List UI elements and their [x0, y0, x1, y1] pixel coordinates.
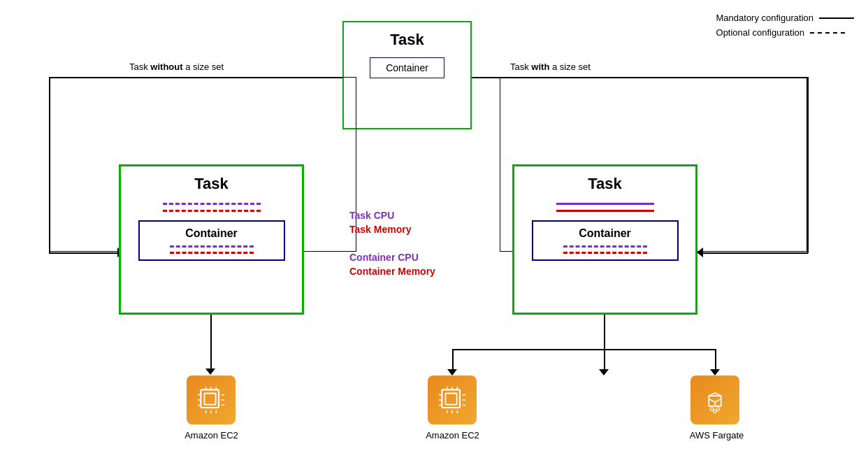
- left-task-box: Task Container: [119, 164, 304, 315]
- legend-mandatory-label: Mandatory configuration: [716, 13, 813, 23]
- ec2-right-label: Amazon EC2: [419, 430, 486, 441]
- top-task-title: Task: [390, 31, 424, 49]
- left-container-title: Container: [185, 227, 238, 240]
- svg-rect-15: [445, 393, 456, 404]
- left-task-cpu-line: [163, 203, 261, 205]
- legend-optional-label: Optional configuration: [716, 27, 804, 38]
- arrow-right-branch-h: [452, 349, 715, 350]
- arrow-right-entry: [697, 248, 703, 257]
- top-task-container: Task Container: [342, 21, 472, 129]
- right-task-box: Task Container: [512, 164, 697, 315]
- connector-left-v: [49, 77, 50, 253]
- ec2-left-icon: [187, 375, 236, 424]
- legend-container-memory: Container Memory: [349, 266, 435, 277]
- svg-point-32: [714, 410, 716, 413]
- label-without-bold: without: [150, 62, 182, 72]
- svg-point-30: [710, 408, 713, 410]
- left-container-box: Container: [138, 220, 285, 261]
- right-container-title: Container: [579, 227, 631, 240]
- ec2-left-svg: [196, 385, 226, 415]
- right-task-cpu-line: [556, 203, 654, 205]
- legend-dashed-line: [810, 32, 845, 34]
- connector-top-right-h: [472, 77, 808, 78]
- right-container-box: Container: [532, 220, 679, 261]
- legend-solid-line: [819, 17, 854, 19]
- label-with-size: Task with a size set: [510, 62, 591, 72]
- connector-right-v: [807, 77, 809, 253]
- legend: Mandatory configuration Optional configu…: [716, 13, 854, 38]
- left-container-cpu-line: [170, 245, 254, 248]
- connector-right-h-bottom: [699, 252, 808, 254]
- ec2-left-label: Amazon EC2: [178, 430, 245, 441]
- left-task-title: Task: [194, 175, 229, 193]
- arrow-branch-center-v: [604, 349, 605, 371]
- legend-optional: Optional configuration: [716, 27, 854, 38]
- left-task-memory-line: [163, 210, 261, 212]
- right-container-memory-line: [563, 252, 647, 254]
- arrow-branch-right-v: [715, 349, 716, 371]
- right-container-cpu-line: [563, 245, 647, 248]
- top-container-box: Container: [370, 57, 444, 78]
- diagram-container: Mandatory configuration Optional configu…: [0, 0, 868, 465]
- left-container-memory-line: [170, 252, 254, 254]
- fargate-svg: [700, 385, 730, 415]
- arrow-left-task-down-v: [210, 315, 212, 371]
- connector-top-left-h: [49, 77, 342, 78]
- ec2-right-svg: [437, 385, 468, 415]
- legend-container-cpu: Container CPU: [349, 252, 435, 263]
- arrow-branch-right-arrowhead: [710, 369, 720, 375]
- arrow-branch-center-arrowhead: [599, 369, 609, 375]
- arrow-right-task-down-v: [604, 315, 605, 350]
- connector-left-h-bottom: [49, 252, 119, 254]
- svg-rect-1: [204, 393, 215, 404]
- legend-task-memory: Task Memory: [349, 224, 435, 235]
- center-legend-labels: Task CPU Task Memory Container CPU Conta…: [349, 210, 435, 277]
- label-without-size: Task without a size set: [129, 62, 224, 72]
- right-task-memory-line: [556, 210, 654, 212]
- arrow-branch-left-arrowhead: [447, 369, 457, 375]
- top-container-label: Container: [386, 62, 428, 73]
- ec2-right-icon: [428, 375, 477, 424]
- svg-point-31: [716, 408, 719, 410]
- legend-task-cpu: Task CPU: [349, 210, 435, 221]
- fargate-label: AWS Fargate: [683, 430, 750, 441]
- arrow-branch-left-v: [452, 349, 454, 371]
- label-with-bold: with: [531, 62, 549, 72]
- arrow-left-task-arrowhead: [205, 369, 215, 375]
- fargate-icon: [690, 375, 739, 424]
- right-task-title: Task: [588, 175, 622, 193]
- legend-mandatory: Mandatory configuration: [716, 13, 854, 23]
